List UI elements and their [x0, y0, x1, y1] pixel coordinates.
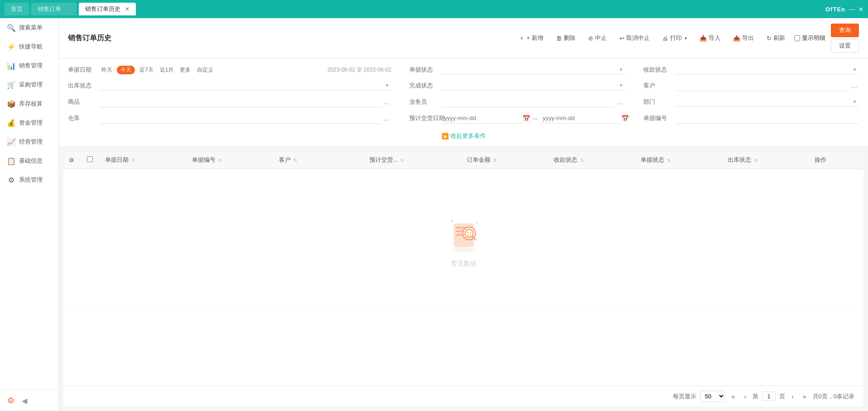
stop-label: 中止 — [595, 34, 607, 42]
tab-sales-history[interactable]: 销售订单历史 ✕ — [79, 3, 136, 15]
date-range-text: 2023-06-02 至 2023-06-02 — [327, 66, 391, 74]
window-close[interactable]: ✕ — [858, 6, 863, 13]
calendar-from-icon[interactable]: 📅 — [523, 115, 530, 122]
new-button[interactable]: ＋ + 新增 — [515, 32, 547, 44]
th-delivery-date[interactable]: 预计交货... ⇅ — [364, 151, 461, 169]
last-page-button[interactable]: » — [800, 392, 809, 401]
sidebar-item-sales-mgmt[interactable]: 📊 销售管理 — [0, 56, 58, 75]
sidebar-item-inventory[interactable]: 📦 库存核算 — [0, 94, 58, 113]
filter-customer: 客户 ... — [643, 80, 859, 91]
show-detail-container: 显示明细 — [794, 34, 825, 42]
window-minimize[interactable]: — — [849, 6, 855, 13]
prev-page-button[interactable]: ‹ — [741, 392, 749, 401]
th-delivery-date-label: 预计交货... — [369, 156, 398, 163]
delete-button[interactable]: 🗑 删除 — [552, 32, 579, 44]
filter-area: 单据日期 昨天 今天 近7天 近1月 更多 自定义 2023-06-02 至 2… — [59, 58, 868, 147]
date-custom[interactable]: 自定义 — [195, 65, 215, 75]
complete-arrow-icon: ▾ — [620, 82, 623, 88]
date-dash: — — [530, 115, 540, 122]
per-page-select[interactable]: 50 10 20 100 — [700, 391, 725, 402]
finance-icon: 💰 — [7, 119, 15, 127]
sidebar-label-search-menu: 搜索菜单 — [19, 24, 43, 32]
delivery-date-from[interactable] — [441, 113, 523, 124]
sidebar-label-sales-mgmt: 销售管理 — [19, 62, 43, 70]
svg-text:✦: ✦ — [450, 218, 454, 223]
salesperson-input[interactable] — [441, 97, 615, 107]
calendar-to-icon[interactable]: 📅 — [621, 115, 629, 122]
sort-payment-status-icon: ⇅ — [580, 158, 584, 163]
tab-sales-order-close[interactable]: ✕ — [66, 6, 70, 12]
warehouse-input[interactable] — [100, 113, 382, 124]
collapse-row[interactable]: 🔼 收起更多条件 — [68, 129, 859, 140]
th-settings[interactable]: ⚙ — [63, 151, 82, 169]
th-payment-status[interactable]: 收款状态 ⇅ — [548, 151, 635, 169]
th-number-label: 单据编号 — [192, 156, 216, 163]
product-input[interactable] — [100, 97, 382, 107]
status-label: 单据状态 — [409, 66, 441, 74]
export-button[interactable]: 📤 导出 — [729, 32, 758, 44]
next-page-button[interactable]: › — [789, 392, 796, 401]
th-date[interactable]: 单据日期 ⇅ — [100, 151, 187, 169]
sidebar-item-system-mgmt[interactable]: ⚙ 系统管理 — [0, 170, 58, 189]
content-area: 销售订单历史 ＋ + 新增 🗑 删除 ⊘ 中止 ↩ 取消中止 — [59, 18, 868, 411]
th-delivery-status[interactable]: 出库状态 ⇅ — [722, 151, 809, 169]
cancel-stop-icon: ↩ — [619, 35, 624, 42]
page-header: 销售订单历史 ＋ + 新增 🗑 删除 ⊘ 中止 ↩ 取消中止 — [59, 18, 868, 58]
svg-point-0 — [451, 247, 476, 252]
order-number-input[interactable] — [675, 113, 859, 124]
sidebar: 🔍 搜索菜单 ⚡ 快捷导航 📊 销售管理 🛒 采购管理 📦 库存核算 💰 资金管… — [0, 18, 59, 411]
th-customer[interactable]: 客户 ⇅ — [273, 151, 364, 169]
date-today[interactable]: 今天 — [117, 66, 135, 74]
tab-sales-order[interactable]: 销售订单 ✕ — [31, 3, 77, 15]
th-doc-status[interactable]: 单据状态 ⇅ — [635, 151, 722, 169]
refresh-button[interactable]: ↻ 刷新 — [763, 32, 789, 44]
empty-text: 暂无数据 — [451, 260, 476, 268]
sidebar-item-purchase-mgmt[interactable]: 🛒 采购管理 — [0, 75, 58, 94]
th-checkbox[interactable] — [82, 151, 100, 169]
sidebar-item-basic-info[interactable]: 📋 基础信息 — [0, 151, 58, 170]
department-select[interactable]: ▾ — [675, 97, 859, 107]
complete-select[interactable]: ▾ — [441, 81, 625, 91]
first-page-button[interactable]: « — [729, 392, 738, 401]
import-button[interactable]: 📥 导入 — [696, 32, 724, 44]
th-number[interactable]: 单据编号 ⇅ — [187, 151, 273, 169]
warehouse-dots-icon[interactable]: ... — [382, 114, 391, 122]
filter-warehouse: 仓库 ... — [68, 113, 391, 124]
salesperson-dots-icon[interactable]: ... — [615, 98, 625, 106]
customer-input[interactable] — [675, 80, 849, 91]
show-detail-checkbox[interactable] — [794, 35, 800, 41]
date-last-month[interactable]: 近1月 — [158, 65, 176, 75]
cancel-stop-button[interactable]: ↩ 取消中止 — [616, 32, 653, 44]
sidebar-item-quick-nav[interactable]: ⚡ 快捷导航 — [0, 37, 58, 56]
tab-sales-history-close[interactable]: ✕ — [125, 6, 129, 12]
sidebar-item-search-menu[interactable]: 🔍 搜索菜单 — [0, 18, 58, 37]
select-all-checkbox[interactable] — [87, 156, 93, 162]
product-dots-icon[interactable]: ... — [382, 98, 391, 106]
delivery-date-to[interactable] — [540, 113, 621, 124]
sidebar-item-operations[interactable]: 📈 经营管理 — [0, 132, 58, 151]
tab-home[interactable]: 首页 — [5, 3, 29, 15]
print-button[interactable]: 🖨 打印 — [659, 32, 691, 44]
customer-dots-icon[interactable]: ... — [849, 82, 859, 90]
date-more[interactable]: 更多 — [178, 65, 192, 75]
department-arrow-icon: ▾ — [854, 99, 856, 105]
th-amount[interactable]: 订单金额 ⇅ — [461, 151, 548, 169]
payment-select[interactable]: ▾ — [675, 65, 859, 75]
sidebar-collapse-icon[interactable]: ◀ — [22, 396, 27, 405]
import-icon: 📥 — [700, 35, 707, 42]
settings-button[interactable]: 设置 — [831, 39, 859, 53]
empty-state: ✦ ✦ 暂无数据 — [69, 174, 858, 304]
svg-point-8 — [467, 232, 468, 233]
sidebar-settings-icon[interactable]: ⚙ — [7, 396, 14, 406]
delivery-select[interactable]: ▾ — [100, 81, 391, 91]
date-last7[interactable]: 近7天 — [138, 65, 155, 75]
sidebar-item-finance[interactable]: 💰 资金管理 — [0, 113, 58, 132]
new-icon: ＋ — [519, 34, 525, 42]
date-buttons: 昨天 今天 近7天 近1月 更多 自定义 — [100, 65, 325, 75]
stop-button[interactable]: ⊘ 中止 — [585, 32, 610, 44]
purchase-mgmt-icon: 🛒 — [7, 81, 15, 89]
pagination: 每页显示 50 10 20 100 « ‹ 第 1 页 › » 共0页，0条记录 — [63, 386, 863, 406]
search-button[interactable]: 查询 — [831, 24, 859, 37]
date-yesterday[interactable]: 昨天 — [100, 65, 114, 75]
status-select[interactable]: ▾ — [441, 65, 625, 75]
